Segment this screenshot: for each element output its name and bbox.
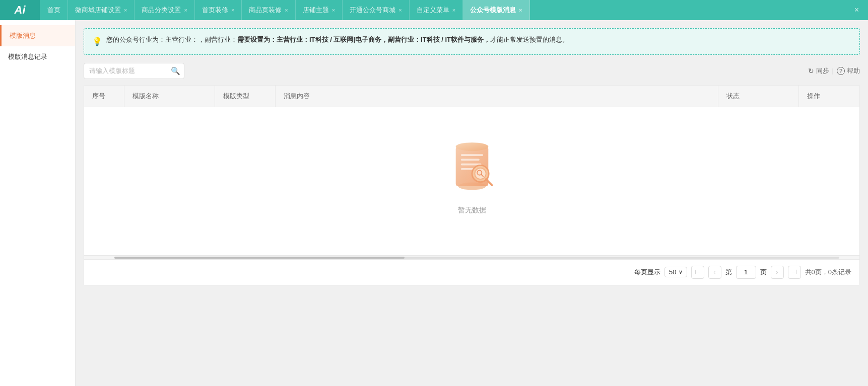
- nav-tab-close-6[interactable]: ×: [398, 7, 402, 13]
- svg-rect-4: [460, 159, 479, 161]
- scrollbar-thumb: [114, 257, 405, 259]
- page-unit: 页: [760, 268, 767, 277]
- th-type: 模版类型: [215, 86, 276, 107]
- th-action: 操作: [799, 86, 859, 107]
- th-content: 消息内容: [276, 86, 718, 107]
- search-input[interactable]: [84, 63, 184, 79]
- prev-page-button[interactable]: ‹: [708, 266, 721, 279]
- th-index: 序号: [84, 86, 124, 107]
- search-left: 🔍: [84, 63, 184, 79]
- search-input-wrap: 🔍: [84, 63, 184, 79]
- sync-label: 同步: [816, 66, 829, 75]
- notice-prefix: 您的公众号行业为：主营行业：，副营行业：: [106, 36, 237, 43]
- nav-tab-close-5[interactable]: ×: [332, 7, 335, 13]
- close-all-button[interactable]: ×: [850, 6, 863, 15]
- total-info: 共0页，0条记录: [805, 268, 851, 277]
- help-button[interactable]: ? 帮助: [837, 66, 860, 75]
- notice-icon: 💡: [92, 35, 102, 48]
- page-number-input[interactable]: [736, 266, 756, 279]
- first-page-button[interactable]: ⊢: [691, 266, 704, 279]
- notice-text: 您的公众号行业为：主营行业：，副营行业：需要设置为：主营行业：IT科技 / 互联…: [106, 35, 569, 45]
- search-bar: 🔍 ↻ 同步 | ? 帮助: [84, 63, 860, 79]
- nav-tab-6[interactable]: 开通公众号商城×: [343, 0, 409, 20]
- current-page-label: 第: [725, 268, 732, 277]
- nav-tab-2[interactable]: 商品分类设置×: [135, 0, 194, 20]
- sidebar-item-1[interactable]: 模版消息记录: [0, 46, 75, 67]
- page-size-label: 每页显示: [634, 268, 660, 277]
- logo-text: Ai: [15, 4, 26, 17]
- nav-tab-close-2[interactable]: ×: [184, 7, 187, 13]
- nav-tab-close-8[interactable]: ×: [519, 7, 522, 13]
- main-layout: 模版消息模版消息记录 💡 您的公众号行业为：主营行业：，副营行业：需要设置为：主…: [0, 20, 868, 386]
- empty-state: 暂无数据: [84, 107, 859, 255]
- notice-suffix: 才能正常发送预置的消息。: [490, 36, 569, 43]
- nav-tab-7[interactable]: 自定义菜单×: [410, 0, 463, 20]
- content-area: 💡 您的公众号行业为：主营行业：，副营行业：需要设置为：主营行业：IT科技 / …: [76, 20, 868, 386]
- next-page-button[interactable]: ›: [771, 266, 784, 279]
- sidebar-items: 模版消息模版消息记录: [0, 25, 75, 67]
- svg-point-8: [475, 168, 486, 179]
- app-logo: Ai: [0, 0, 40, 20]
- svg-rect-3: [460, 154, 483, 156]
- nav-tab-3[interactable]: 首页装修×: [195, 0, 242, 20]
- page-size-value: 50: [669, 268, 676, 276]
- page-size-selector[interactable]: 50 ∨: [664, 267, 687, 277]
- sidebar-item-0[interactable]: 模版消息: [0, 25, 75, 46]
- search-divider: |: [832, 67, 834, 74]
- empty-illustration: [442, 137, 502, 198]
- top-nav: Ai 首页微商城店铺设置×商品分类设置×首页装修×商品页装修×店铺主题×开通公众…: [0, 0, 868, 20]
- help-label: 帮助: [847, 66, 860, 75]
- search-icon-button[interactable]: 🔍: [171, 66, 180, 75]
- pagination: 每页显示 50 ∨ ⊢ ‹ 第 页 › ⊣ 共0页，0条记录: [84, 259, 859, 285]
- nav-tab-0[interactable]: 首页: [40, 0, 68, 20]
- sync-icon: ↻: [808, 67, 814, 75]
- scrollbar-track: [114, 257, 839, 259]
- last-page-button[interactable]: ⊣: [788, 266, 801, 279]
- sync-button[interactable]: ↻ 同步: [808, 66, 829, 75]
- sidebar: 模版消息模版消息记录: [0, 20, 76, 386]
- svg-point-2: [455, 142, 488, 151]
- nav-tab-5[interactable]: 店铺主题×: [296, 0, 343, 20]
- data-table: 序号 模版名称 模版类型 消息内容 状态 操作: [84, 85, 860, 285]
- nav-tab-4[interactable]: 商品页装修×: [242, 0, 295, 20]
- empty-text: 暂无数据: [458, 206, 486, 215]
- th-status: 状态: [718, 86, 799, 107]
- page-size-arrow: ∨: [679, 269, 683, 275]
- nav-tab-close-4[interactable]: ×: [285, 7, 288, 13]
- nav-tab-1[interactable]: 微商城店铺设置×: [68, 0, 135, 20]
- notice-bold: 需要设置为：主营行业：IT科技 / 互联网|电子商务，副营行业：IT科技 / I…: [237, 36, 490, 43]
- horizontal-scrollbar[interactable]: [84, 255, 859, 259]
- notice-box: 💡 您的公众号行业为：主营行业：，副营行业：需要设置为：主营行业：IT科技 / …: [84, 28, 860, 55]
- search-right: ↻ 同步 | ? 帮助: [808, 66, 860, 75]
- nav-tab-8[interactable]: 公众号模版消息×: [463, 0, 529, 20]
- help-icon: ?: [837, 67, 845, 75]
- nav-tab-close-1[interactable]: ×: [124, 7, 127, 13]
- nav-tab-close-3[interactable]: ×: [231, 7, 234, 13]
- table-header: 序号 模版名称 模版类型 消息内容 状态 操作: [84, 86, 859, 107]
- th-name: 模版名称: [124, 86, 215, 107]
- nav-tabs: 首页微商城店铺设置×商品分类设置×首页装修×商品页装修×店铺主题×开通公众号商城…: [40, 0, 850, 20]
- nav-tab-close-7[interactable]: ×: [452, 7, 455, 13]
- empty-svg-icon: [442, 137, 502, 198]
